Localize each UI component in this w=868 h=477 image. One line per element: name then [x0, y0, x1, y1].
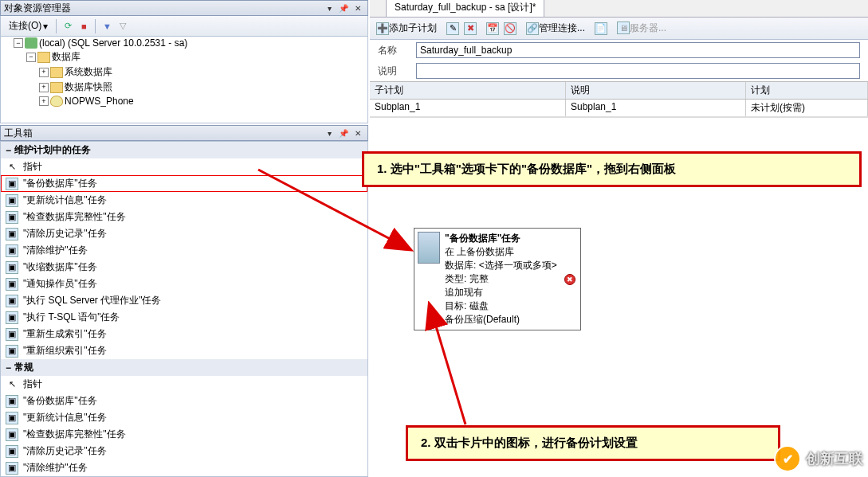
- dropdown-icon[interactable]: ▾: [323, 127, 336, 139]
- databases-node[interactable]: −数据库: [26, 49, 367, 65]
- close-icon[interactable]: ✕: [352, 127, 364, 139]
- tab-strip: Saturday_full_backup - sa [设计]*: [370, 0, 868, 18]
- manage-connections-button[interactable]: 🔗管理连接...: [526, 22, 585, 35]
- user-db-node[interactable]: +NOPWS_Phone: [39, 95, 367, 108]
- subplan-row[interactable]: Subplan_1 Subplan_1 未计划(按需): [370, 100, 868, 117]
- toolbox-category[interactable]: −维护计划中的任务: [1, 142, 367, 158]
- toolbox-task-item[interactable]: ▣"清除维护"任务: [1, 242, 367, 259]
- toolbox-task-item[interactable]: ▣"执行 SQL Server 代理作业"任务: [1, 292, 367, 309]
- toolbox-task-item[interactable]: ▣"更新统计信息"任务: [1, 409, 367, 426]
- pin-icon[interactable]: 📌: [337, 127, 350, 139]
- task-card-line: 备份压缩(Default): [445, 313, 577, 326]
- task-icon: ▣: [6, 445, 18, 458]
- close-icon[interactable]: ✕: [352, 2, 364, 14]
- folder-icon: [37, 52, 50, 63]
- folder-icon: [50, 67, 63, 78]
- connection-icon: 🔗: [526, 22, 539, 35]
- error-icon: ✖: [564, 274, 575, 285]
- task-card-line: 类型: 完整: [445, 272, 577, 286]
- collapse-icon[interactable]: −: [26, 53, 36, 62]
- servers-button[interactable]: 🖥服务器...: [617, 22, 666, 35]
- stop-icon[interactable]: ■: [77, 20, 90, 33]
- task-icon: ▣: [6, 244, 18, 257]
- collapse-icon[interactable]: −: [6, 145, 11, 156]
- task-card-line: 追加现有: [445, 286, 577, 299]
- system-db-node[interactable]: +系统数据库: [39, 65, 367, 80]
- toolbox-task-item[interactable]: ▣"重新生成索引"任务: [1, 326, 367, 342]
- folder-icon: [50, 82, 63, 93]
- subplan-grid-header: 子计划 说明 计划: [370, 81, 868, 100]
- snapshot-node[interactable]: +数据库快照: [39, 80, 367, 95]
- connect-button[interactable]: 连接(O) ▾: [6, 18, 51, 34]
- collapse-icon[interactable]: −: [14, 38, 23, 48]
- toolbox-task-item[interactable]: ▣"备份数据库"任务: [1, 393, 367, 409]
- desc-field[interactable]: [416, 63, 860, 79]
- expand-icon[interactable]: +: [39, 96, 49, 106]
- collapse-icon[interactable]: −: [6, 362, 11, 373]
- add-subplan-button[interactable]: ➕添加子计划: [376, 22, 437, 35]
- watermark-text: 创新互联: [806, 449, 863, 468]
- toolbox-task-item[interactable]: ▣"清除历史记录"任务: [1, 225, 367, 242]
- task-icon: ▣: [6, 278, 18, 291]
- log-icon[interactable]: 📄: [595, 22, 607, 35]
- delete-icon[interactable]: ✖: [464, 22, 477, 35]
- pin-icon[interactable]: 📌: [337, 2, 350, 14]
- database-icon: [50, 96, 63, 107]
- toolbox-task-item[interactable]: ▣"通知操作员"任务: [1, 276, 367, 292]
- task-icon: ▣: [6, 261, 18, 274]
- task-card-title: "备份数据库"任务: [445, 232, 577, 245]
- task-card-icon[interactable]: [418, 232, 440, 264]
- watermark-logo: ✔: [774, 445, 801, 472]
- toolbox-category[interactable]: −常规: [1, 359, 367, 376]
- designer-toolbar: ➕添加子计划 ✎ ✖ 📅 🚫 🔗管理连接... 📄 🖥服务器...: [370, 18, 868, 40]
- toolbox-task-item[interactable]: ▣"检查数据库完整性"任务: [1, 209, 367, 225]
- filter-icon[interactable]: ▼: [100, 20, 113, 33]
- design-surface[interactable]: 1. 选中"工具箱"选项卡下的"备份数据库"，拖到右侧面板 "备份数据库"任务 …: [370, 117, 868, 459]
- task-card-line: 目标: 磁盘: [445, 299, 577, 313]
- watermark: ✔ 创新互联: [774, 445, 863, 472]
- calendar-icon[interactable]: 📅: [486, 22, 499, 35]
- server-node[interactable]: −(local) (SQL Server 10.0.2531 - sa): [14, 37, 367, 49]
- callout-step-1: 1. 选中"工具箱"选项卡下的"备份数据库"，拖到右侧面板: [362, 151, 862, 187]
- toolbox-task-item[interactable]: ▣"重新组织索引"任务: [1, 342, 367, 359]
- refresh-icon[interactable]: ⟳: [61, 20, 74, 33]
- task-icon: ▣: [6, 395, 18, 408]
- name-field[interactable]: [416, 42, 860, 58]
- add-icon: ➕: [376, 22, 389, 35]
- pointer-icon: ↖: [6, 378, 18, 391]
- expand-icon[interactable]: +: [39, 68, 49, 77]
- task-icon: ▣: [6, 412, 18, 424]
- name-label: 名称: [378, 44, 410, 57]
- toolbox-task-item[interactable]: ▣"更新统计信息"任务: [1, 192, 367, 209]
- dropdown-icon[interactable]: ▾: [323, 2, 336, 14]
- task-icon: ▣: [6, 462, 18, 475]
- toolbox-task-item[interactable]: ▣"执行 T-SQL 语句"任务: [1, 309, 367, 326]
- task-icon: ▣: [6, 211, 18, 224]
- expand-icon[interactable]: +: [39, 83, 49, 92]
- toolbox-task-item[interactable]: ▣"清除历史记录"任务: [1, 443, 367, 459]
- pointer-icon: ↖: [6, 161, 18, 174]
- edit-icon[interactable]: ✎: [446, 22, 459, 35]
- toolbox-task-item[interactable]: ▣"备份数据库"任务: [1, 175, 367, 192]
- toolbox-task-item[interactable]: ▣"收缩数据库"任务: [1, 259, 367, 276]
- object-explorer-title: 对象资源管理器: [4, 2, 321, 15]
- object-explorer-header: 对象资源管理器 ▾ 📌 ✕: [0, 0, 368, 16]
- col-description: 说明: [566, 82, 746, 99]
- desc-label: 说明: [378, 65, 410, 78]
- task-icon: ▣: [6, 178, 18, 190]
- no-schedule-icon[interactable]: 🚫: [504, 22, 516, 35]
- object-explorer-toolbar: 连接(O) ▾ ⟳ ■ ▼ ▽: [0, 16, 368, 37]
- task-icon: ▣: [6, 295, 18, 307]
- toolbox-pointer[interactable]: ↖指针: [1, 158, 367, 175]
- toolbox-task-item[interactable]: ▣"清除维护"任务: [1, 459, 367, 476]
- filter-clear-icon[interactable]: ▽: [116, 20, 129, 33]
- toolbox-task-item[interactable]: ▣"检查数据库完整性"任务: [1, 426, 367, 443]
- backup-task-card[interactable]: "备份数据库"任务 在 上备份数据库 数据库: <选择一项或多项> 类型: 完整…: [414, 228, 581, 330]
- task-icon: ▣: [6, 345, 18, 358]
- server-icon: 🖥: [617, 22, 630, 34]
- designer-tab[interactable]: Saturday_full_backup - sa [设计]*: [386, 0, 544, 17]
- server-icon: [25, 37, 37, 49]
- toolbox-pointer[interactable]: ↖指针: [1, 376, 367, 393]
- task-icon: ▣: [6, 428, 18, 441]
- task-icon: ▣: [6, 328, 18, 341]
